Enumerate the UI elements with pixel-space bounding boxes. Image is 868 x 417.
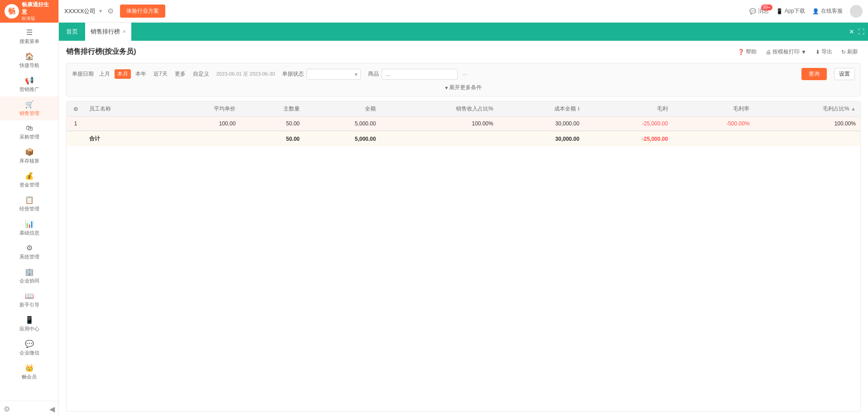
- col-header-profit-pct: 毛利占比% ▲: [754, 101, 860, 117]
- tab-sales-ranking[interactable]: 销售排行榜 ×: [85, 23, 131, 41]
- date-tab-custom[interactable]: 自定义: [190, 69, 212, 79]
- system-icon: ⚙: [26, 244, 33, 252]
- cost-info-icon[interactable]: ℹ: [578, 106, 580, 111]
- app-subtitle: 标准版: [22, 15, 54, 21]
- wechat-icon: 💬: [25, 340, 34, 348]
- cell-rank: 1: [67, 117, 85, 131]
- date-tab-this-month[interactable]: 本月: [115, 69, 131, 79]
- goods-more-icon[interactable]: ···: [460, 71, 469, 77]
- tab-maximize-icon[interactable]: ⛶: [858, 28, 864, 35]
- col-header-name: 员工名称: [85, 101, 163, 117]
- sidebar-item-finance[interactable]: 💰 资金管理: [0, 168, 58, 192]
- logo-icon: 畅: [5, 4, 19, 19]
- sidebar-item-purchase[interactable]: 🛍 采购管理: [0, 120, 58, 144]
- message-button[interactable]: 💬 消息 99+: [749, 7, 769, 15]
- sidebar-item-member[interactable]: 👑 畅会员: [0, 360, 58, 384]
- finance-icon: 💰: [25, 172, 34, 180]
- table-row[interactable]: 1 100.00 50.00 5,000.00 100.00% 30,000.0…: [67, 117, 860, 131]
- sidebar-item-apps[interactable]: 📱 应用中心: [0, 312, 58, 336]
- user-avatar[interactable]: [850, 5, 863, 18]
- message-badge: 99+: [761, 5, 772, 10]
- sidebar-item-marketing[interactable]: 📢 营销推广: [0, 72, 58, 96]
- sidebar-label-corp: 企业协同: [19, 278, 39, 284]
- page-inner: 销售排行榜(按业务员) ❓ 帮助 🖨 按模板打印 ▼ ⬇ 导出: [59, 41, 868, 417]
- cell-cost: 30,000.00: [498, 117, 584, 131]
- tab-bar: 首页 销售排行榜 × ✕ ⛶: [59, 23, 868, 41]
- cell-profit-pct: 100.00%: [754, 117, 860, 131]
- sidebar-label-purchase: 采购管理: [19, 134, 39, 140]
- sidebar-label-marketing: 营销推广: [19, 86, 39, 93]
- tab-home[interactable]: 首页: [59, 23, 85, 41]
- status-select-wrapper: 全部 待审核 已审核 已完成 ▼: [307, 69, 361, 80]
- member-icon: 👑: [25, 364, 34, 372]
- sidebar-item-basic[interactable]: 📊 基础信息: [0, 216, 58, 240]
- basic-icon: 📊: [25, 220, 34, 228]
- app-download-button[interactable]: 📱 App下载: [776, 7, 805, 15]
- profit-pct-sort-icon[interactable]: ▲: [851, 106, 856, 111]
- sidebar-item-wechat[interactable]: 💬 企业微信: [0, 336, 58, 360]
- sidebar-item-shortcut[interactable]: 🏠 快捷导航: [0, 48, 58, 72]
- operation-icon: 📋: [25, 196, 34, 204]
- download-icon: 📱: [776, 8, 783, 14]
- page-header: 销售排行榜(按业务员) ❓ 帮助 🖨 按模板打印 ▼ ⬇ 导出: [66, 46, 861, 58]
- sidebar-item-corp[interactable]: 🏢 企业协同: [0, 264, 58, 288]
- tab-close-window-icon[interactable]: ✕: [849, 28, 854, 35]
- footer-sales-pct: [380, 131, 498, 146]
- app-logo: 畅 畅康通好生意 标准版: [0, 0, 58, 23]
- sidebar-label-operation: 经营管理: [19, 206, 39, 212]
- trial-button[interactable]: 体验行业方案: [120, 5, 165, 18]
- sidebar-item-guide[interactable]: 📖 新手引导: [0, 288, 58, 312]
- help-icon: ❓: [738, 49, 744, 55]
- status-select[interactable]: 全部 待审核 已审核 已完成: [307, 69, 361, 80]
- footer-profit-pct: [754, 131, 860, 146]
- sidebar-item-operation[interactable]: 📋 经营管理: [0, 192, 58, 216]
- date-tabs: 上月 本月 本年 近7天 更多 自定义: [96, 69, 212, 79]
- date-range-display: 2023-06-01 至 2023-06-30: [216, 71, 275, 77]
- footer-profit-rate: [672, 131, 754, 146]
- footer-avg-price: [163, 131, 240, 146]
- sidebar-label-wechat: 企业微信: [19, 350, 39, 356]
- settings-button[interactable]: 设置: [834, 68, 855, 80]
- sidebar-label-member: 畅会员: [22, 374, 37, 380]
- app-title: 畅康通好生意: [22, 1, 54, 15]
- sidebar: 畅 畅康通好生意 标准版 ☰ 搜索菜单 🏠 快捷导航 📢 营销推广 🛒 销售管理…: [0, 0, 59, 417]
- date-tab-last-month[interactable]: 上月: [96, 69, 113, 79]
- date-tab-7days[interactable]: 近7天: [151, 69, 170, 79]
- expand-button[interactable]: ▾ 展开更多条件: [445, 84, 482, 91]
- footer-label: 合计: [85, 131, 163, 146]
- topbar-settings-icon[interactable]: ⚙: [107, 7, 114, 15]
- sidebar-label-guide: 新手引导: [19, 302, 39, 308]
- col-header-profit-rate: 毛利率: [672, 101, 754, 117]
- company-selector[interactable]: XXXXX公司 ▼: [64, 7, 103, 15]
- sidebar-label-shortcut: 快捷导航: [19, 62, 39, 69]
- guide-icon: 📖: [25, 292, 34, 300]
- sidebar-label-search: 搜索菜单: [19, 38, 39, 45]
- sidebar-label-basic: 基础信息: [19, 230, 39, 236]
- goods-input[interactable]: [382, 69, 458, 80]
- sidebar-item-sales[interactable]: 🛒 销售管理: [0, 96, 58, 120]
- date-tab-this-year[interactable]: 本年: [133, 69, 149, 79]
- col-header-amount: 全额: [304, 101, 380, 117]
- page-title: 销售排行榜(按业务员): [66, 47, 136, 57]
- page-actions: ❓ 帮助 🖨 按模板打印 ▼ ⬇ 导出 ↻ 刷新: [735, 46, 861, 58]
- print-button[interactable]: 🖨 按模板打印 ▼: [763, 46, 809, 58]
- sidebar-item-system[interactable]: ⚙ 系统管理: [0, 240, 58, 264]
- footer-qty: 50.00: [240, 131, 304, 146]
- sidebar-item-inventory[interactable]: 📦 库存核算: [0, 144, 58, 168]
- col-header-settings[interactable]: ⚙: [67, 101, 85, 117]
- tab-close-icon[interactable]: ×: [123, 29, 126, 35]
- print-arrow-icon: ▼: [801, 49, 806, 55]
- sidebar-collapse-icon[interactable]: ◀: [49, 405, 55, 413]
- main-area: XXXXX公司 ▼ ⚙ 体验行业方案 💬 消息 99+ 📱 App下载 👤 在线…: [59, 0, 868, 417]
- cell-qty: 50.00: [240, 117, 304, 131]
- export-button[interactable]: ⬇ 导出: [813, 46, 835, 58]
- query-button[interactable]: 查询: [801, 68, 827, 80]
- online-service-button[interactable]: 👤 在线客服: [812, 7, 843, 15]
- refresh-button[interactable]: ↻ 刷新: [839, 46, 861, 58]
- purchase-icon: 🛍: [26, 124, 33, 132]
- sidebar-settings-icon[interactable]: ⚙: [4, 405, 10, 413]
- sidebar-item-search[interactable]: ☰ 搜索菜单: [0, 24, 58, 48]
- cell-name: [85, 117, 163, 131]
- help-button[interactable]: ❓ 帮助: [735, 46, 759, 58]
- date-tab-more[interactable]: 更多: [172, 69, 188, 79]
